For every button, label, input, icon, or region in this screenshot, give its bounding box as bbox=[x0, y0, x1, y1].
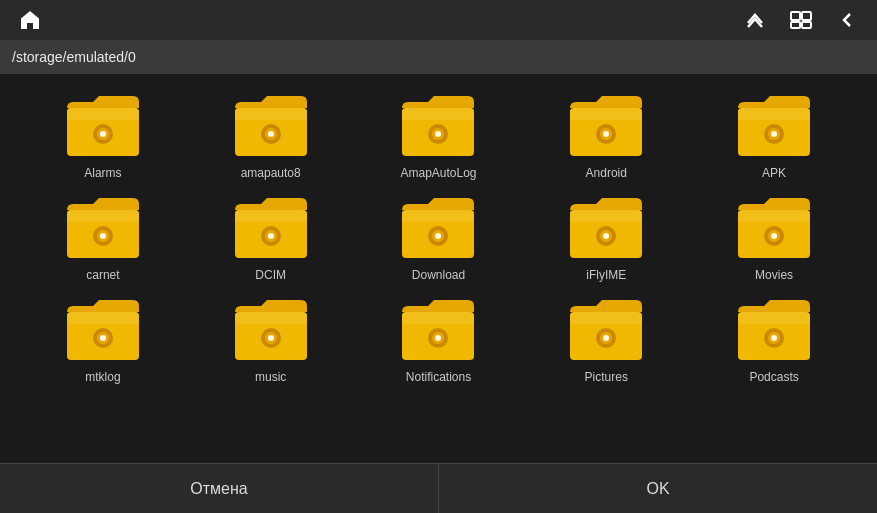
folder-icon bbox=[566, 294, 646, 366]
folder-item[interactable]: iFlyIME bbox=[527, 192, 685, 282]
folder-item[interactable]: carnet bbox=[24, 192, 182, 282]
folder-icon bbox=[734, 90, 814, 162]
folder-item[interactable]: DCIM bbox=[192, 192, 350, 282]
folder-item[interactable]: amapauto8 bbox=[192, 90, 350, 180]
folder-label: mtklog bbox=[85, 370, 120, 384]
path-text: /storage/emulated/0 bbox=[12, 49, 136, 65]
folder-item[interactable]: Podcasts bbox=[695, 294, 853, 384]
svg-point-8 bbox=[100, 131, 106, 137]
folder-item[interactable]: Alarms bbox=[24, 90, 182, 180]
folder-item[interactable]: music bbox=[192, 294, 350, 384]
folder-label: Notifications bbox=[406, 370, 471, 384]
folder-label: Movies bbox=[755, 268, 793, 282]
path-bar: /storage/emulated/0 bbox=[0, 40, 877, 74]
folder-item[interactable]: Pictures bbox=[527, 294, 685, 384]
folder-icon bbox=[231, 192, 311, 264]
svg-point-33 bbox=[100, 233, 106, 239]
svg-rect-65 bbox=[402, 312, 474, 324]
svg-rect-1 bbox=[802, 12, 811, 20]
folder-grid: Alarms amapauto8 bbox=[24, 90, 853, 384]
svg-point-23 bbox=[603, 131, 609, 137]
windows-icon[interactable] bbox=[787, 6, 815, 34]
folder-item[interactable]: AmapAutoLog bbox=[360, 90, 518, 180]
svg-rect-70 bbox=[570, 312, 642, 324]
svg-rect-20 bbox=[570, 108, 642, 120]
svg-point-18 bbox=[435, 131, 441, 137]
home-icon[interactable] bbox=[16, 6, 44, 34]
ok-button[interactable]: OK bbox=[439, 464, 877, 513]
folder-label: APK bbox=[762, 166, 786, 180]
folder-icon bbox=[231, 90, 311, 162]
back-icon[interactable] bbox=[833, 6, 861, 34]
folder-item[interactable]: Android bbox=[527, 90, 685, 180]
folder-label: Podcasts bbox=[749, 370, 798, 384]
folder-icon bbox=[63, 90, 143, 162]
folder-item[interactable]: Download bbox=[360, 192, 518, 282]
svg-rect-35 bbox=[235, 210, 307, 222]
svg-rect-2 bbox=[791, 22, 800, 28]
folder-item[interactable]: Notifications bbox=[360, 294, 518, 384]
folder-label: music bbox=[255, 370, 286, 384]
svg-rect-15 bbox=[402, 108, 474, 120]
folder-label: iFlyIME bbox=[586, 268, 626, 282]
folder-item[interactable]: mtklog bbox=[24, 294, 182, 384]
folder-label: AmapAutoLog bbox=[400, 166, 476, 180]
svg-point-78 bbox=[771, 335, 777, 341]
folder-icon bbox=[398, 90, 478, 162]
folder-label: amapauto8 bbox=[241, 166, 301, 180]
svg-rect-45 bbox=[570, 210, 642, 222]
svg-point-63 bbox=[268, 335, 274, 341]
folder-icon bbox=[398, 192, 478, 264]
svg-rect-75 bbox=[738, 312, 810, 324]
svg-rect-40 bbox=[402, 210, 474, 222]
svg-point-73 bbox=[603, 335, 609, 341]
folder-icon bbox=[231, 294, 311, 366]
svg-point-28 bbox=[771, 131, 777, 137]
folder-icon bbox=[63, 294, 143, 366]
folder-label: Alarms bbox=[84, 166, 121, 180]
main-content: Alarms amapauto8 bbox=[0, 74, 877, 463]
svg-point-58 bbox=[100, 335, 106, 341]
folder-label: DCIM bbox=[255, 268, 286, 282]
folder-icon bbox=[734, 294, 814, 366]
svg-rect-30 bbox=[67, 210, 139, 222]
folder-icon bbox=[734, 192, 814, 264]
cancel-button[interactable]: Отмена bbox=[0, 464, 439, 513]
folder-item[interactable]: Movies bbox=[695, 192, 853, 282]
svg-point-13 bbox=[268, 131, 274, 137]
folder-icon bbox=[566, 90, 646, 162]
folder-icon bbox=[63, 192, 143, 264]
bottom-bar: Отмена OK bbox=[0, 463, 877, 513]
svg-rect-5 bbox=[67, 108, 139, 120]
svg-rect-10 bbox=[235, 108, 307, 120]
up-icon[interactable] bbox=[741, 6, 769, 34]
folder-label: Pictures bbox=[585, 370, 628, 384]
top-bar bbox=[0, 0, 877, 40]
svg-rect-50 bbox=[738, 210, 810, 222]
folder-label: Download bbox=[412, 268, 465, 282]
svg-rect-60 bbox=[235, 312, 307, 324]
svg-rect-25 bbox=[738, 108, 810, 120]
svg-point-48 bbox=[603, 233, 609, 239]
svg-point-53 bbox=[771, 233, 777, 239]
folder-icon bbox=[566, 192, 646, 264]
svg-point-38 bbox=[268, 233, 274, 239]
folder-label: carnet bbox=[86, 268, 119, 282]
svg-point-43 bbox=[435, 233, 441, 239]
folder-label: Android bbox=[586, 166, 627, 180]
svg-point-68 bbox=[435, 335, 441, 341]
top-bar-right bbox=[741, 6, 861, 34]
folder-item[interactable]: APK bbox=[695, 90, 853, 180]
folder-icon bbox=[398, 294, 478, 366]
svg-rect-0 bbox=[791, 12, 800, 20]
svg-rect-55 bbox=[67, 312, 139, 324]
top-bar-left bbox=[16, 6, 44, 34]
svg-rect-3 bbox=[802, 22, 811, 28]
